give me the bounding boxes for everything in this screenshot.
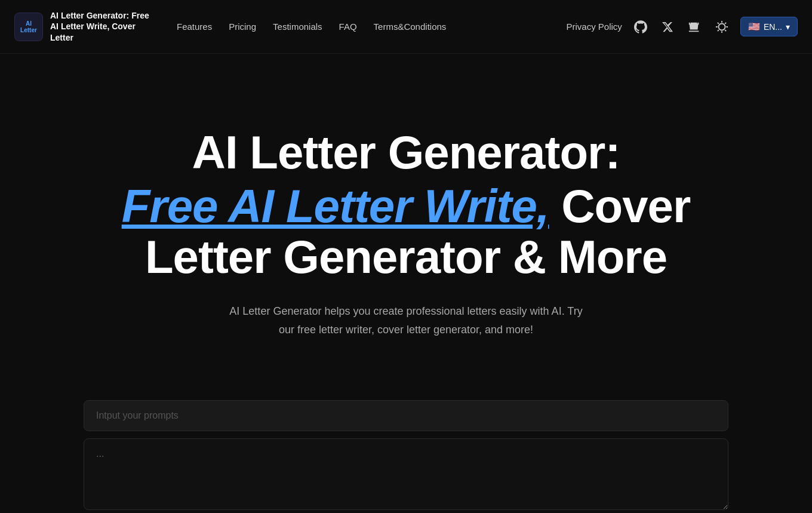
hero-title-blue-text: Free AI Letter Write, — [122, 180, 549, 232]
navbar: AILetter AI Letter Generator: Free AI Le… — [0, 0, 812, 54]
nav-right: Privacy Policy 🇺🇸 EN... ▾ — [567, 17, 798, 36]
language-caret-icon: ▾ — [786, 22, 790, 32]
nav-faq[interactable]: FAQ — [339, 21, 357, 32]
language-code: EN... — [764, 22, 782, 32]
hero-section: AI Letter Generator: Free AI Letter Writ… — [0, 54, 812, 388]
coffee-icon-button[interactable] — [685, 18, 703, 36]
twitter-x-icon — [662, 21, 673, 33]
brand-logo-link[interactable]: AILetter AI Letter Generator: Free AI Le… — [14, 10, 158, 43]
coffee-icon — [688, 20, 701, 33]
github-icon — [634, 20, 647, 33]
brand-logo-image: AILetter — [14, 13, 43, 41]
hero-title-cover-text: Cover — [549, 180, 691, 232]
nav-pricing[interactable]: Pricing — [229, 21, 256, 32]
language-flag: 🇺🇸 — [748, 21, 760, 32]
nav-privacy-policy[interactable]: Privacy Policy — [567, 21, 622, 32]
output-textarea[interactable]: ... — [84, 438, 728, 510]
hero-title-line1: AI Letter Generator: — [122, 127, 691, 179]
nav-features[interactable]: Features — [177, 21, 212, 32]
input-section: ... — [0, 388, 812, 513]
brand-title: AI Letter Generator: Free AI Letter Writ… — [50, 10, 158, 43]
nav-terms[interactable]: Terms&Conditions — [374, 21, 447, 32]
github-icon-button[interactable] — [632, 18, 650, 36]
nav-links: Features Pricing Testimonials FAQ Terms&… — [177, 21, 548, 32]
prompt-input[interactable] — [84, 400, 728, 431]
nav-testimonials[interactable]: Testimonials — [273, 21, 322, 32]
language-selector-button[interactable]: 🇺🇸 EN... ▾ — [740, 17, 798, 36]
sun-icon — [715, 20, 728, 33]
hero-subtitle: AI Letter Generator helps you create pro… — [221, 302, 591, 339]
hero-title-line3: Letter Generator & More — [122, 232, 691, 283]
hero-title-line2: Free AI Letter Write, Cover — [122, 181, 691, 232]
theme-toggle-button[interactable] — [713, 18, 731, 36]
hero-title: AI Letter Generator: Free AI Letter Writ… — [122, 127, 691, 283]
twitter-icon-button[interactable] — [659, 19, 676, 35]
